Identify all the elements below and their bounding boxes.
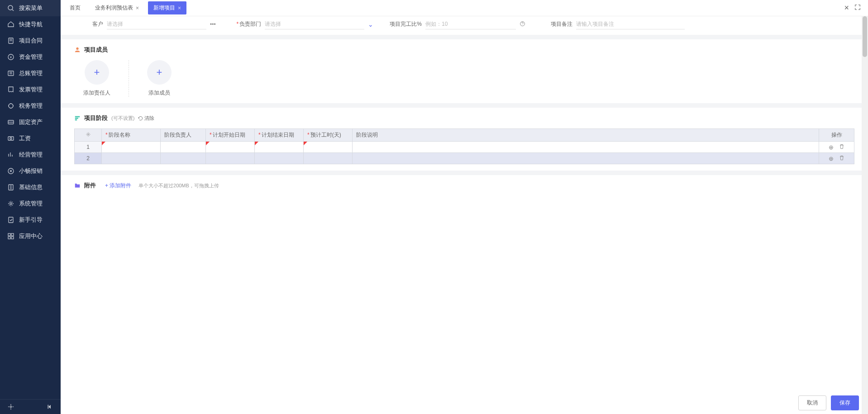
cancel-button[interactable]: 取消 — [798, 395, 826, 410]
sidebar: 搜索菜单 快捷导航 项目合同 ¥ 资金管理 — [0, 0, 61, 414]
cell-end[interactable] — [255, 153, 304, 164]
required-marker — [206, 142, 210, 145]
sidebar-item-expense[interactable]: 小畅报销 — [0, 163, 61, 179]
remark-input[interactable] — [576, 19, 685, 29]
scroll-thumb[interactable] — [863, 16, 867, 57]
add-attachment-button[interactable]: + 添加附件 — [105, 182, 131, 190]
row-index: 2 — [75, 153, 102, 164]
fullscreen-icon[interactable] — [854, 4, 861, 12]
svg-point-29 — [76, 48, 78, 50]
add-member-button[interactable]: + — [147, 60, 172, 85]
sidebar-item-assets[interactable]: 固定资产 — [0, 114, 61, 130]
sidebar-item-label: 基础信息 — [19, 183, 43, 191]
guide-icon — [7, 216, 14, 224]
svg-point-14 — [10, 138, 12, 139]
cell-hours[interactable] — [304, 142, 353, 153]
svg-rect-27 — [48, 405, 48, 409]
sidebar-item-salary[interactable]: 工资 — [0, 130, 61, 147]
sidebar-item-label: 应用中心 — [19, 232, 43, 240]
col-header-desc: 阶段说明 — [353, 129, 819, 142]
svg-rect-25 — [11, 237, 14, 239]
sidebar-item-quicknav[interactable]: 快捷导航 — [0, 16, 61, 33]
completion-label: 项目完工比% — [390, 20, 422, 28]
sidebar-item-baseinfo[interactable]: 基础信息 — [0, 179, 61, 195]
cell-start[interactable] — [206, 153, 255, 164]
sidebar-item-label: 小畅报销 — [19, 167, 43, 175]
tab-home[interactable]: 首页 — [64, 1, 86, 14]
tab-label: 业务利润预估表 — [95, 4, 133, 12]
section-title: 附件 — [84, 181, 96, 190]
save-button[interactable]: 保存 — [831, 395, 859, 410]
cell-desc[interactable] — [353, 153, 819, 164]
cell-name[interactable] — [102, 153, 161, 164]
section-attachments: 附件 + 添加附件 单个大小不超过200MB，可拖拽上传 — [61, 171, 868, 196]
sidebar-item-tax[interactable]: 税务管理 — [0, 98, 61, 114]
cell-mgr[interactable] — [161, 142, 206, 153]
cell-mgr[interactable] — [161, 153, 206, 164]
sidebar-item-label: 经营管理 — [19, 151, 43, 159]
sidebar-search-label: 搜索菜单 — [19, 4, 43, 12]
sidebar-item-funds[interactable]: ¥ 资金管理 — [0, 49, 61, 65]
tabs-right-controls: × — [844, 3, 864, 13]
tab-label: 首页 — [70, 4, 81, 12]
sidebar-item-invoice[interactable]: 发票管理 — [0, 81, 61, 98]
main-area: 首页 业务利润预估表 × 新增项目 × × 客户 ••• — [61, 0, 868, 414]
cell-hours[interactable] — [304, 153, 353, 164]
help-icon[interactable] — [520, 21, 525, 28]
assets-icon — [7, 119, 14, 126]
sidebar-item-business[interactable]: 经营管理 — [0, 147, 61, 163]
tab-profit-report[interactable]: 业务利润预估表 × — [90, 1, 144, 14]
svg-point-26 — [10, 406, 12, 408]
form-group-customer: 客户 ••• — [92, 19, 216, 29]
delete-row-icon[interactable] — [839, 155, 844, 162]
close-panel-icon[interactable]: × — [844, 3, 849, 13]
chevron-down-icon[interactable]: ⌄ — [368, 21, 373, 28]
stages-optional-hint: (可不设置) — [111, 115, 134, 122]
completion-input[interactable] — [425, 19, 516, 29]
cell-end[interactable] — [255, 142, 304, 153]
col-header-settings[interactable] — [75, 129, 102, 142]
sidebar-item-contract[interactable]: 项目合同 — [0, 33, 61, 49]
sidebar-item-label: 固定资产 — [19, 118, 43, 126]
sidebar-item-guide[interactable]: 新手引导 — [0, 212, 61, 228]
close-icon[interactable]: × — [178, 5, 181, 11]
customer-input[interactable] — [107, 19, 206, 29]
scrollbar[interactable] — [862, 16, 868, 414]
plus-icon: + — [105, 182, 108, 189]
sidebar-item-system[interactable]: 系统管理 — [0, 195, 61, 212]
remark-label: 项目备注 — [551, 20, 572, 28]
department-input[interactable] — [265, 19, 364, 29]
add-row-icon[interactable]: ⊕ — [829, 144, 834, 151]
svg-rect-21 — [9, 217, 13, 223]
more-icon[interactable]: ••• — [210, 21, 216, 28]
members-icon — [74, 47, 81, 53]
info-icon — [7, 184, 14, 191]
cell-desc[interactable] — [353, 142, 819, 153]
add-row-icon[interactable]: ⊕ — [829, 155, 834, 162]
required-marker — [255, 142, 258, 145]
department-label: *负责部门 — [237, 20, 262, 28]
delete-row-icon[interactable] — [839, 144, 844, 151]
section-members: 项目成员 + 添加责任人 + 添加成员 — [61, 39, 868, 103]
svg-point-10 — [9, 104, 13, 108]
sidebar-item-appcenter[interactable]: 应用中心 — [0, 228, 61, 244]
cell-ops: ⊕ — [819, 142, 854, 153]
col-header-text: 计划结束日期 — [262, 132, 294, 138]
cell-start[interactable] — [206, 142, 255, 153]
chart-icon — [7, 151, 14, 158]
sidebar-item-label: 系统管理 — [19, 200, 43, 208]
collapse-icon[interactable] — [46, 403, 53, 410]
clear-stages-button[interactable]: 清除 — [138, 115, 154, 122]
table-header-row: *阶段名称 阶段负责人 *计划开始日期 *计划结束日期 *预计工时(天) 阶段说… — [75, 129, 854, 142]
tax-icon — [7, 102, 14, 109]
cell-name[interactable] — [102, 142, 161, 153]
table-row: 1 ⊕ — [75, 142, 854, 153]
sidebar-search[interactable]: 搜索菜单 — [0, 0, 61, 16]
add-responsible-button[interactable]: + — [85, 60, 109, 85]
sidebar-item-ledger[interactable]: 总账管理 — [0, 65, 61, 81]
settings-icon[interactable] — [7, 403, 14, 410]
tab-new-project[interactable]: 新增项目 × — [148, 1, 186, 14]
row-index: 1 — [75, 142, 102, 153]
close-icon[interactable]: × — [136, 5, 139, 11]
sidebar-footer — [0, 399, 61, 414]
